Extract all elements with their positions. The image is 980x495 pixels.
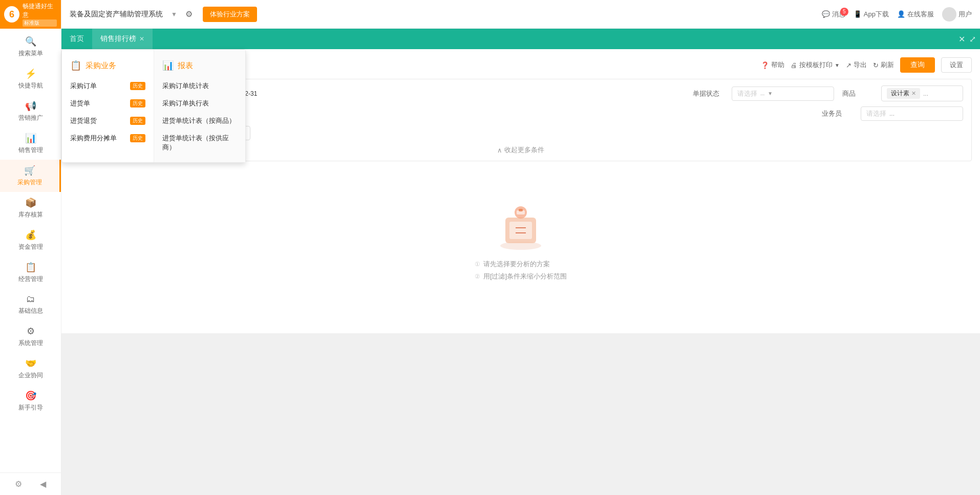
history-badge-2: 历史 xyxy=(130,117,145,125)
tab-close-window-icon[interactable]: ✕ xyxy=(958,34,965,44)
sidebar-item-operations[interactable]: 📋 经营管理 xyxy=(0,256,61,289)
operations-icon: 📋 xyxy=(25,262,36,273)
dropdown-item-receipt[interactable]: 进货单 历史 xyxy=(62,95,154,112)
sidebar: 6 畅捷通好生意 标准版 🔍 搜索菜单 ⚡ 快捷导航 📢 营销推广 📊 销售管理… xyxy=(0,0,61,495)
finance-icon: 💰 xyxy=(25,229,36,241)
inventory-icon: 📦 xyxy=(25,197,36,208)
sidebar-item-quicknav[interactable]: ⚡ 快捷导航 xyxy=(0,63,61,95)
help-icon: ❓ xyxy=(761,61,769,69)
history-badge-0: 历史 xyxy=(130,82,145,90)
search-icon: 🔍 xyxy=(25,36,36,47)
quicknav-icon: ⚡ xyxy=(25,68,36,79)
export-btn[interactable]: ↗ 导出 xyxy=(846,60,867,70)
purchase-icon: 🛒 xyxy=(24,165,35,176)
sidebar-item-basicinfo[interactable]: 🗂 基础信息 xyxy=(0,289,61,320)
sidebar-settings-btn[interactable]: ⚙ xyxy=(15,479,22,489)
settings-button[interactable]: 设置 xyxy=(941,57,972,73)
topbar: 装备及固定资产辅助管理系统 ▼ ⚙ 体验行业方案 💬 消息 5 📱 App下载 … xyxy=(61,0,980,29)
dropdown-item-po[interactable]: 采购订单 历史 xyxy=(62,77,154,95)
phone-icon: 📱 xyxy=(854,10,862,18)
sidebar-item-inventory[interactable]: 📦 库存核算 xyxy=(0,192,61,224)
sidebar-bottom: ⚙ ◀ xyxy=(0,472,61,495)
empty-state: ① 请先选择要分析的方案 ② 用[过滤]条件来缩小分析范围 xyxy=(70,161,972,325)
sidebar-item-sales[interactable]: 📊 销售管理 xyxy=(0,127,61,160)
help-btn[interactable]: ❓ 帮助 xyxy=(761,60,784,70)
status-control[interactable]: 请选择 ... ▼ xyxy=(732,87,834,101)
dropdown-item-receipt-goods[interactable]: 进货单统计表（按商品） xyxy=(154,112,246,130)
sidebar-item-purchase[interactable]: 🛒 采购管理 xyxy=(0,160,61,192)
industry-btn[interactable]: 体验行业方案 xyxy=(203,7,257,22)
app-download-btn[interactable]: 📱 App下载 xyxy=(854,10,889,19)
message-btn[interactable]: 💬 消息 5 xyxy=(822,10,845,19)
staff-label: 业务员 xyxy=(822,109,853,118)
goods-ellipsis: ... xyxy=(923,90,928,97)
print-btn[interactable]: 🖨 按模板打印 ▼ xyxy=(791,60,840,70)
dropdown-item-return[interactable]: 进货退货 历史 xyxy=(62,112,154,130)
report-icon: 📊 xyxy=(162,60,174,71)
dropdown-left-col: 📋 采购业务 采购订单 历史 进货单 历史 进货退货 历史 采购费用分摊单 历史 xyxy=(62,50,154,162)
sidebar-collapse-btn[interactable]: ◀ xyxy=(40,479,46,489)
sidebar-item-finance[interactable]: 💰 资金管理 xyxy=(0,224,61,256)
sidebar-item-search[interactable]: 🔍 搜索菜单 xyxy=(0,31,61,63)
marketing-icon: 📢 xyxy=(25,100,36,112)
system-title: 装备及固定资产辅助管理系统 xyxy=(70,10,163,19)
tabbar-right: ✕ ⤢ xyxy=(958,34,980,44)
collab-icon: 🤝 xyxy=(25,358,36,369)
dropdown-item-po-exec[interactable]: 采购订单执行表 xyxy=(154,95,246,112)
goods-control[interactable]: 设计素 ✕ ... xyxy=(881,85,963,101)
export-icon: ↗ xyxy=(846,61,851,69)
print-dropdown-icon: ▼ xyxy=(835,62,840,68)
sales-icon: 📊 xyxy=(25,133,36,144)
topbar-right: 💬 消息 5 📱 App下载 👤 在线客服 用户 xyxy=(822,7,972,21)
sidebar-nav: 🔍 搜索菜单 ⚡ 快捷导航 📢 营销推广 📊 销售管理 🛒 采购管理 📦 库存核… xyxy=(0,29,61,472)
collapse-icon: ∧ xyxy=(497,146,502,154)
staff-control[interactable]: 请选择 ... xyxy=(861,106,963,121)
status-dropdown-icon: ▼ xyxy=(768,91,773,96)
dropdown-left-header: 📋 采购业务 xyxy=(62,56,154,77)
guide-icon: 🎯 xyxy=(25,390,36,401)
service-icon: 👤 xyxy=(897,10,905,18)
sidebar-item-system[interactable]: ⚙ 系统管理 xyxy=(0,320,61,353)
online-service-btn[interactable]: 👤 在线客服 xyxy=(897,10,934,19)
status-label: 单据状态 xyxy=(693,89,723,98)
refresh-icon: ↻ xyxy=(873,61,879,69)
tab-sales-ranking[interactable]: 销售排行榜 ✕ xyxy=(92,29,153,49)
empty-hint-1: ① 请先选择要分析的方案 xyxy=(475,260,567,269)
goods-label: 商品 xyxy=(842,89,873,98)
logo-icon: 6 xyxy=(4,6,19,23)
staff-ellipsis: ... xyxy=(889,110,894,117)
title-dropdown-icon[interactable]: ▼ xyxy=(171,11,177,18)
purchase-dropdown: 📋 采购业务 采购订单 历史 进货单 历史 进货退货 历史 采购费用分摊单 历史… xyxy=(61,49,246,163)
dropdown-item-expense[interactable]: 采购费用分摊单 历史 xyxy=(62,130,154,147)
empty-hint-2: ② 用[过滤]条件来缩小分析范围 xyxy=(475,272,567,281)
user-btn[interactable]: 用户 xyxy=(942,7,972,21)
status-ellipsis: ... xyxy=(760,91,764,96)
svg-rect-2 xyxy=(509,222,532,239)
history-badge-3: 历史 xyxy=(130,134,145,142)
dropdown-right-col: 📊 报表 采购订单统计表 采购订单执行表 进货单统计表（按商品） 进货单统计表（… xyxy=(154,50,246,162)
settings-gear-icon[interactable]: ⚙ xyxy=(185,9,193,19)
sidebar-item-collab[interactable]: 🤝 企业协同 xyxy=(0,353,61,385)
dropdown-item-po-stats[interactable]: 采购订单统计表 xyxy=(154,77,246,95)
query-button[interactable]: 查询 xyxy=(900,57,935,73)
tab-close-icon[interactable]: ✕ xyxy=(139,35,144,42)
sidebar-item-marketing[interactable]: 📢 营销推广 xyxy=(0,95,61,127)
message-badge: 5 xyxy=(840,8,848,16)
refresh-btn[interactable]: ↻ 刷新 xyxy=(873,60,894,70)
empty-illustration xyxy=(490,202,551,253)
user-avatar xyxy=(942,7,956,21)
goods-tag-close[interactable]: ✕ xyxy=(911,90,916,97)
history-badge-1: 历史 xyxy=(130,99,145,107)
dropdown-item-receipt-supplier[interactable]: 进货单统计表（按供应商） xyxy=(154,130,246,156)
dropdown-right-header: 📊 报表 xyxy=(154,56,246,77)
sidebar-item-guide[interactable]: 🎯 新手引导 xyxy=(0,385,61,417)
tab-home[interactable]: 首页 xyxy=(61,29,92,49)
logo-text: 畅捷通好生意 标准版 xyxy=(23,2,57,27)
purchase-biz-icon: 📋 xyxy=(70,60,81,71)
message-icon: 💬 xyxy=(822,10,830,18)
tab-maximize-icon[interactable]: ⤢ xyxy=(969,34,976,44)
tabbar: 首页 销售排行榜 ✕ ✕ ⤢ xyxy=(61,29,980,49)
svg-rect-5 xyxy=(519,209,523,211)
print-icon: 🖨 xyxy=(791,61,797,69)
system-icon: ⚙ xyxy=(27,326,35,337)
